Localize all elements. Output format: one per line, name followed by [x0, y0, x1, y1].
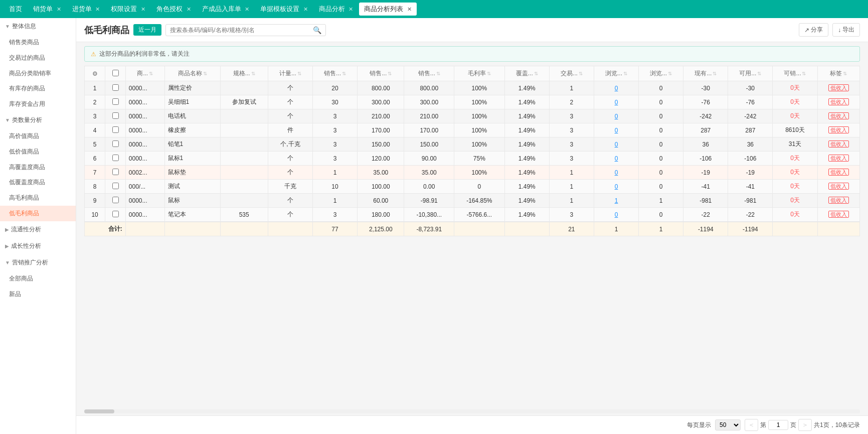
col-checkbox[interactable]: [105, 66, 126, 81]
col-name[interactable]: 商品名称⇅: [164, 66, 220, 81]
close-icon[interactable]: ✕: [187, 6, 191, 12]
cell-checkbox[interactable]: [105, 208, 126, 222]
cell-browse1[interactable]: 0: [594, 180, 638, 194]
sidebar-group-marketing[interactable]: ▼ 营销推广分析: [0, 254, 76, 271]
cell-browse1[interactable]: 0: [594, 123, 638, 137]
row-checkbox[interactable]: [112, 126, 119, 133]
cell-browse1[interactable]: 0: [594, 95, 638, 109]
search-input[interactable]: [170, 27, 313, 34]
nav-roles[interactable]: 角色授权 ✕: [151, 3, 196, 16]
col-code[interactable]: 商...⇅: [125, 66, 164, 81]
col-trade[interactable]: 交易...⇅: [549, 66, 594, 81]
sidebar-item-sales-products[interactable]: 销售类商品: [0, 35, 76, 50]
col-sales-amount[interactable]: 销售...⇅: [404, 66, 454, 81]
nav-analysis[interactable]: 商品分析 ✕: [314, 3, 359, 16]
nav-home[interactable]: 首页: [4, 3, 27, 16]
row-checkbox[interactable]: [112, 155, 119, 161]
cell-browse1[interactable]: 0: [594, 152, 638, 166]
col-unit[interactable]: 计量...⇅: [268, 66, 312, 81]
sidebar-item-low-coverage[interactable]: 低覆盖度商品: [0, 175, 76, 190]
close-icon[interactable]: ✕: [303, 6, 308, 12]
col-browse2[interactable]: 浏览...⇅: [639, 66, 683, 81]
close-icon[interactable]: ✕: [349, 6, 353, 12]
cell-browse1[interactable]: 0: [594, 137, 638, 152]
row-checkbox[interactable]: [112, 98, 119, 105]
sidebar-item-traded-products[interactable]: 交易过的商品: [0, 50, 76, 66]
sidebar-item-stock-capital[interactable]: 库存资金占用: [0, 96, 76, 112]
col-coverage[interactable]: 覆盖...⇅: [504, 66, 549, 81]
col-current-stock[interactable]: 现有...⇅: [683, 66, 728, 81]
close-icon[interactable]: ✕: [141, 6, 145, 12]
cell-checkbox[interactable]: [105, 123, 126, 137]
sidebar-group-quantity[interactable]: ▼ 类数量分析: [0, 112, 76, 128]
per-page-select[interactable]: 50 100 200: [715, 419, 741, 430]
share-button[interactable]: ↗ 分享: [799, 23, 828, 37]
cell-checkbox[interactable]: [105, 109, 126, 123]
sidebar-item-high-margin[interactable]: 高毛利商品: [0, 190, 76, 206]
nav-analysis-list[interactable]: 商品分析列表 ✕: [359, 3, 417, 16]
scroll-thumb[interactable]: [84, 409, 114, 413]
nav-template[interactable]: 单据模板设置 ✕: [255, 3, 313, 16]
cell-gross-rate: 100%: [454, 95, 505, 109]
col-setting[interactable]: ⚙: [85, 66, 105, 81]
row-checkbox[interactable]: [112, 84, 119, 91]
cell-browse1[interactable]: 0: [594, 208, 638, 222]
col-spec[interactable]: 规格...⇅: [220, 66, 268, 81]
row-checkbox[interactable]: [112, 197, 119, 203]
cell-browse1[interactable]: 1: [594, 194, 638, 208]
sidebar-item-low-margin[interactable]: 低毛利商品: [0, 206, 76, 221]
page-input[interactable]: [768, 420, 788, 430]
export-button[interactable]: ↓ 导出: [832, 23, 860, 37]
col-saleable[interactable]: 可销...⇅: [773, 66, 817, 81]
nav-products[interactable]: 产成品入库单 ✕: [197, 3, 255, 16]
cell-checkbox[interactable]: [105, 180, 126, 194]
next-page-button[interactable]: ＞: [798, 419, 812, 431]
horizontal-scrollbar[interactable]: [84, 409, 860, 413]
close-icon[interactable]: ✕: [57, 6, 61, 12]
collapse-icon: ▼: [5, 24, 10, 29]
sidebar-group-flow[interactable]: ▶ 流通性分析: [0, 221, 76, 238]
col-sales-qty[interactable]: 销售...⇅: [312, 66, 357, 81]
sidebar-item-low-value[interactable]: 低价值商品: [0, 144, 76, 160]
sidebar-item-stock-products[interactable]: 有库存的商品: [0, 81, 76, 96]
sidebar-group-growth[interactable]: ▶ 成长性分析: [0, 238, 76, 254]
sidebar-group-overall[interactable]: ▼ 整体信息: [0, 18, 76, 35]
search-icon[interactable]: 🔍: [313, 26, 321, 34]
sidebar-item-all-products[interactable]: 全部商品: [0, 271, 76, 286]
cell-browse2: 0: [639, 109, 683, 123]
cell-trade: 1: [549, 81, 594, 95]
sidebar-item-category-rate[interactable]: 商品分类助销率: [0, 66, 76, 81]
cell-checkbox[interactable]: [105, 166, 126, 180]
close-icon[interactable]: ✕: [95, 6, 100, 12]
cell-browse1[interactable]: 0: [594, 109, 638, 123]
close-icon[interactable]: ✕: [245, 6, 249, 12]
sidebar-item-new-products[interactable]: 新品: [0, 286, 76, 302]
cell-browse1[interactable]: 0: [594, 81, 638, 95]
row-checkbox[interactable]: [112, 169, 119, 175]
sidebar-item-high-value[interactable]: 高价值商品: [0, 128, 76, 144]
select-all-checkbox[interactable]: [112, 70, 119, 76]
sidebar-item-high-coverage[interactable]: 高覆盖度商品: [0, 160, 76, 175]
col-available[interactable]: 可用...⇅: [728, 66, 773, 81]
cell-browse1[interactable]: 0: [594, 166, 638, 180]
period-button[interactable]: 近一月: [133, 24, 161, 36]
prev-page-button[interactable]: ＜: [745, 419, 758, 431]
row-checkbox[interactable]: [112, 211, 119, 217]
cell-checkbox[interactable]: [105, 81, 126, 95]
row-checkbox[interactable]: [112, 140, 119, 147]
col-sales-price[interactable]: 销售...⇅: [358, 66, 404, 81]
row-checkbox[interactable]: [112, 183, 119, 189]
nav-permissions[interactable]: 权限设置 ✕: [106, 3, 150, 16]
col-gross-rate[interactable]: 毛利率⇅: [454, 66, 505, 81]
cell-checkbox[interactable]: [105, 137, 126, 152]
nav-purchase[interactable]: 进货单 ✕: [67, 3, 105, 16]
col-tag[interactable]: 标签⇅: [817, 66, 859, 81]
cell-checkbox[interactable]: [105, 194, 126, 208]
col-browse1[interactable]: 浏览...⇅: [594, 66, 638, 81]
table-container[interactable]: ⚙ 商...⇅ 商品名称⇅ 规格...⇅ 计量...⇅ 销售...⇅ 销售...…: [76, 66, 868, 409]
nav-sales[interactable]: 销货单 ✕: [28, 3, 66, 16]
close-icon[interactable]: ✕: [407, 6, 412, 12]
row-checkbox[interactable]: [112, 112, 119, 119]
cell-checkbox[interactable]: [105, 95, 126, 109]
cell-checkbox[interactable]: [105, 152, 126, 166]
